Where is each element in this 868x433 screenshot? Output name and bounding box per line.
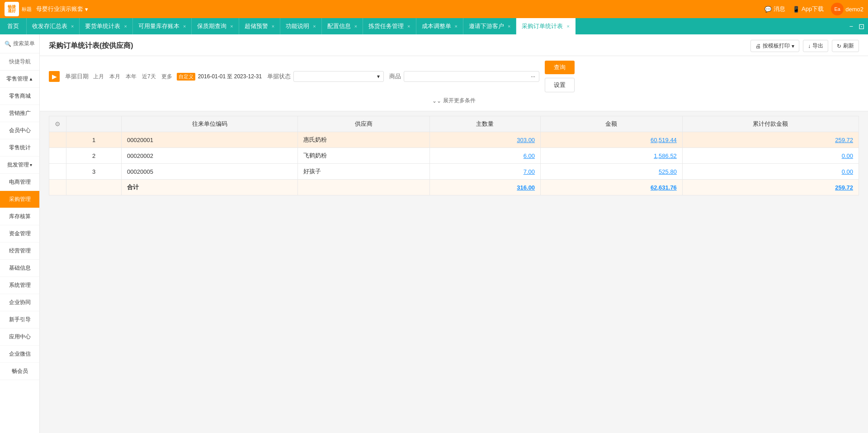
cell-paid[interactable]: 0.00 xyxy=(682,164,859,180)
query-btn[interactable]: 查询 xyxy=(545,61,575,74)
cell-qty[interactable]: 6.00 xyxy=(429,148,540,164)
tab-minimize-icon[interactable]: － xyxy=(848,22,855,31)
th-amount: 金额 xyxy=(541,116,683,132)
tab-baozhiqi[interactable]: 保质期查询 × xyxy=(192,18,239,34)
tab-peizhi-close[interactable]: × xyxy=(354,24,357,29)
search-icon: 🔍 xyxy=(5,41,11,47)
tab-gongneng-close[interactable]: × xyxy=(313,24,316,29)
tab-jianhuo[interactable]: 拣货任务管理 × xyxy=(363,18,416,34)
sidebar-item-changhui[interactable]: 畅会员 xyxy=(0,363,39,380)
sidebar-nav: 零售管理 ▲ 零售商城 营销推广 会员中心 零售统计 批发管理 ▾ 电商管理 xyxy=(0,71,39,380)
sidebar: 🔍 搜索菜单 快捷导航 零售管理 ▲ 零售商城 营销推广 会员中心 零售统计 xyxy=(0,34,40,433)
tab-kuyong-close[interactable]: × xyxy=(183,24,186,29)
cell-settings xyxy=(49,164,66,180)
column-settings-icon[interactable]: ⚙ xyxy=(55,120,61,128)
date-shortcut-this-year[interactable]: 本年 xyxy=(124,72,138,81)
sidebar-item-basic-info[interactable]: 基础信息 xyxy=(0,260,39,277)
tab-kuyong[interactable]: 可用量库存账本 × xyxy=(133,18,192,34)
message-icon: 💬 xyxy=(764,6,772,13)
cell-amount[interactable]: 525.80 xyxy=(541,164,683,180)
tab-maximize-icon[interactable]: ⊡ xyxy=(859,22,864,31)
quick-nav-label[interactable]: 快捷导航 xyxy=(0,56,39,67)
expand-more-btn[interactable]: ⌄⌄ 展开更多条件 xyxy=(49,95,859,106)
sidebar-item-retail-shop[interactable]: 零售商城 xyxy=(0,88,39,105)
tab-gongneng[interactable]: 功能说明 × xyxy=(280,18,321,34)
sidebar-item-member[interactable]: 会员中心 xyxy=(0,122,39,139)
status-arrow-icon: ▾ xyxy=(377,73,380,80)
tab-shoufacun[interactable]: 收发存汇总表 × xyxy=(27,18,80,34)
date-shortcut-7days[interactable]: 近7天 xyxy=(140,72,158,81)
date-shortcut-more[interactable]: 更多 xyxy=(160,72,174,81)
app-download-btn[interactable]: 📱 App下载 xyxy=(793,5,824,13)
sidebar-item-enterprise-label: 企业协同 xyxy=(9,299,31,306)
filter-bar: ▶ 单据日期 上月 本月 本年 近7天 更多 自定义 2016-01-01 至 xyxy=(40,56,868,111)
date-from[interactable]: 2016-01-01 xyxy=(198,73,226,80)
sidebar-item-operations[interactable]: 经营管理 xyxy=(0,243,39,260)
sidebar-search-area[interactable]: 🔍 搜索菜单 xyxy=(0,34,39,53)
sidebar-item-enterprise[interactable]: 企业协同 xyxy=(0,294,39,311)
sidebar-item-ecommerce[interactable]: 电商管理 xyxy=(0,174,39,191)
sidebar-quick-nav[interactable]: 快捷导航 xyxy=(0,53,39,71)
sidebar-item-app-center-label: 应用中心 xyxy=(9,333,31,341)
cell-paid[interactable]: 259.72 xyxy=(682,132,859,148)
print-btn[interactable]: 🖨 按模板打印 ▾ xyxy=(750,40,799,52)
sidebar-item-changhui-label: 畅会员 xyxy=(12,367,28,375)
message-label: 消息 xyxy=(774,5,785,13)
cell-amount[interactable]: 1,586.52 xyxy=(541,148,683,164)
sidebar-item-system[interactable]: 系统管理 xyxy=(0,277,39,294)
sidebar-item-inventory[interactable]: 库存核算 xyxy=(0,208,39,225)
tab-chengben-close[interactable]: × xyxy=(455,24,458,29)
filter-toggle-btn[interactable]: ▶ xyxy=(49,71,60,82)
export-btn[interactable]: ↓ 导出 xyxy=(803,40,828,52)
tab-jianhuo-label: 拣货任务管理 xyxy=(368,22,404,30)
tab-yaoqing[interactable]: 邀请下游客户 × xyxy=(463,18,516,34)
refresh-btn[interactable]: ↻ 刷新 xyxy=(832,40,859,52)
filter-settings-btn[interactable]: 设置 xyxy=(545,78,575,92)
message-btn[interactable]: 💬 消息 xyxy=(764,5,785,13)
cell-paid[interactable]: 0.00 xyxy=(682,148,859,164)
date-shortcut-last-month[interactable]: 上月 xyxy=(91,72,106,81)
sidebar-item-wholesale[interactable]: 批发管理 ▾ xyxy=(0,157,39,174)
table-row[interactable]: 1 00020001 惠氏奶粉 303.00 60,519.44 259.72 xyxy=(49,132,859,148)
cell-qty[interactable]: 303.00 xyxy=(429,132,540,148)
tab-baozhiqi-close[interactable]: × xyxy=(230,24,233,29)
tab-caigou-close[interactable]: × xyxy=(566,24,569,29)
tab-home[interactable]: 首页 xyxy=(0,18,27,34)
table-row[interactable]: 3 00020005 好孩子 7.00 525.80 0.00 xyxy=(49,164,859,180)
refresh-label: 刷新 xyxy=(843,42,854,50)
date-shortcut-this-month[interactable]: 本月 xyxy=(108,72,122,81)
th-paid: 累计付款金额 xyxy=(682,116,859,132)
tab-yaohuo-close[interactable]: × xyxy=(124,24,127,29)
goods-input[interactable]: ··· xyxy=(404,71,539,82)
sidebar-item-app-center[interactable]: 应用中心 xyxy=(0,328,39,346)
tab-chaochuyujing[interactable]: 超储预警 × xyxy=(239,18,280,34)
cell-amount[interactable]: 60,519.44 xyxy=(541,132,683,148)
status-select[interactable]: ▾ xyxy=(293,71,384,82)
workspace-selector[interactable]: 母婴行业演示账套 ▾ xyxy=(36,5,760,13)
date-to[interactable]: 2023-12-31 xyxy=(234,73,262,80)
tab-peizhi[interactable]: 配置信息 × xyxy=(322,18,363,34)
sidebar-item-finance[interactable]: 资金管理 xyxy=(0,225,39,243)
sidebar-item-wechat[interactable]: 企业微信 xyxy=(0,346,39,363)
tab-caigou[interactable]: 采购订单统计表 × xyxy=(516,18,575,34)
tab-chaochuyujing-close[interactable]: × xyxy=(272,24,274,29)
sidebar-item-retail-mgmt[interactable]: 零售管理 ▲ xyxy=(0,71,39,88)
tab-yaoqing-close[interactable]: × xyxy=(508,24,510,29)
sidebar-item-retail-stats[interactable]: 零售统计 xyxy=(0,139,39,157)
tab-chengben[interactable]: 成本调整单 × xyxy=(416,18,463,34)
user-area[interactable]: Ea demo2 xyxy=(831,3,863,15)
sidebar-item-retail-mgmt-arrow: ▲ xyxy=(29,76,33,81)
sidebar-item-guide[interactable]: 新手引导 xyxy=(0,311,39,328)
sidebar-item-marketing[interactable]: 营销推广 xyxy=(0,105,39,122)
cell-qty[interactable]: 7.00 xyxy=(429,164,540,180)
sidebar-search-btn[interactable]: 🔍 搜索菜单 xyxy=(0,38,39,49)
tab-yaohuo[interactable]: 要货单统计表 × xyxy=(80,18,132,34)
table-row[interactable]: 2 00020002 飞鹤奶粉 6.00 1,586.52 0.00 xyxy=(49,148,859,164)
sidebar-item-purchase[interactable]: 采购管理 xyxy=(0,191,39,208)
user-avatar-initials: Ea xyxy=(835,6,840,12)
expand-down-icon: ⌄⌄ xyxy=(432,98,441,104)
cell-code: 00020005 xyxy=(122,164,298,180)
tab-shoufacun-close[interactable]: × xyxy=(71,24,74,29)
tab-jianhuo-close[interactable]: × xyxy=(407,24,410,29)
export-label: 导出 xyxy=(812,42,823,50)
